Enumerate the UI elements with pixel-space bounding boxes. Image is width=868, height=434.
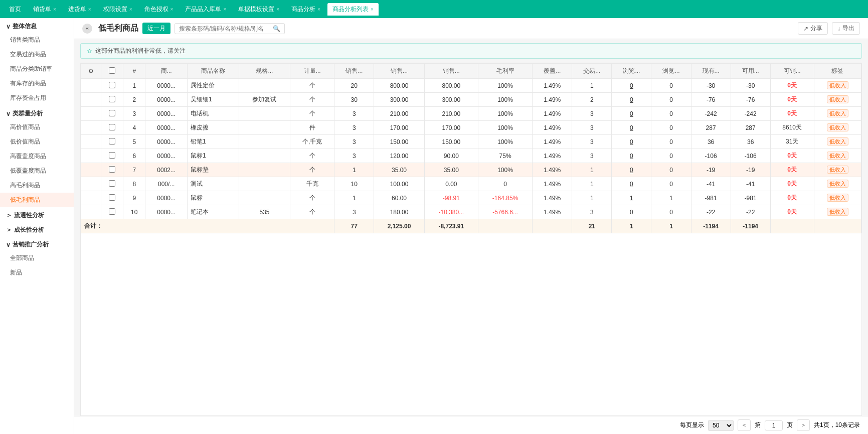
nav-purchase-order[interactable]: 进货单 × [63, 3, 96, 16]
row-views1[interactable]: 0 [612, 93, 651, 107]
row-views1[interactable]: 0 [612, 163, 651, 177]
row-check[interactable] [101, 135, 123, 149]
sidebar-item-capital[interactable]: 库存资金占用 [0, 91, 74, 105]
select-all-checkbox[interactable] [109, 67, 115, 74]
search-input[interactable] [179, 25, 271, 32]
sidebar-group-marketing[interactable]: ∨ 营销推广分析 [0, 236, 74, 251]
sidebar-group-overall[interactable]: ∨ 整体信息 [0, 18, 74, 33]
row-code: 0000... [145, 107, 188, 121]
col-sales-amount[interactable]: 销售... [424, 64, 478, 79]
row-check[interactable] [101, 205, 123, 219]
row-checkbox-0[interactable] [109, 82, 115, 88]
row-views1[interactable]: 0 [612, 121, 651, 135]
col-check-all[interactable] [101, 64, 123, 79]
col-name[interactable]: 商品名称 [188, 64, 239, 79]
row-checkbox-8[interactable] [109, 194, 115, 201]
collapse-sidebar-btn[interactable]: « [82, 24, 92, 34]
row-checkbox-2[interactable] [109, 110, 115, 116]
nav-close-sales[interactable]: × [53, 7, 56, 12]
prev-page-btn[interactable]: ＜ [738, 419, 751, 431]
nav-product-in[interactable]: 产品品入库单 × [180, 3, 231, 16]
sidebar-item-high-coverage[interactable]: 高覆盖度商品 [0, 149, 74, 164]
nav-template[interactable]: 单据模板设置 × [233, 3, 284, 16]
products-table: ⚙ # 商... 商品名称 规格... 计量... 销售... 销售... 销售… [81, 63, 861, 233]
row-check[interactable] [101, 93, 123, 107]
row-views1[interactable]: 0 [612, 149, 651, 163]
sidebar-item-low-gross[interactable]: 低毛利商品 [0, 193, 74, 207]
sidebar-item-in-stock[interactable]: 有库存的商品 [0, 76, 74, 91]
nav-close-product-analysis[interactable]: × [317, 7, 320, 12]
nav-role[interactable]: 角色授权 × [139, 3, 179, 16]
nav-close-product-in[interactable]: × [223, 7, 226, 12]
sidebar-item-low-value[interactable]: 低价值商品 [0, 134, 74, 149]
nav-sales-order[interactable]: 销货单 × [28, 3, 61, 16]
sidebar-item-new-products[interactable]: 新品 [0, 265, 74, 280]
export-btn[interactable]: ↓ 导出 [832, 22, 860, 35]
search-icon[interactable]: 🔍 [273, 25, 280, 32]
row-checkbox-6[interactable] [109, 166, 115, 173]
row-num: 1 [123, 79, 145, 93]
row-checkbox-1[interactable] [109, 96, 115, 102]
nav-close-role[interactable]: × [170, 7, 173, 12]
nav-close-permission[interactable]: × [129, 7, 132, 12]
nav-close-template[interactable]: × [276, 7, 279, 12]
col-sales-count[interactable]: 销售... [334, 64, 374, 79]
row-checkbox-5[interactable] [109, 152, 115, 159]
sidebar-item-all-products[interactable]: 全部商品 [0, 251, 74, 265]
nav-close-purchase[interactable]: × [88, 7, 91, 12]
col-coverage[interactable]: 覆盖... [533, 64, 572, 79]
nav-product-analysis[interactable]: 商品分析 × [286, 3, 325, 16]
col-unit[interactable]: 计量... [290, 64, 334, 79]
col-views1[interactable]: 浏览... [612, 64, 651, 79]
sidebar-group-cluster[interactable]: ∨ 类群量分析 [0, 105, 74, 120]
page-number-input[interactable] [765, 420, 783, 430]
row-views1[interactable]: 0 [612, 135, 651, 149]
row-views1[interactable]: 0 [612, 107, 651, 121]
col-sales-price[interactable]: 销售... [374, 64, 424, 79]
nav-home[interactable]: 首页 [4, 3, 26, 16]
row-checkbox-4[interactable] [109, 138, 115, 144]
row-views1[interactable]: 0 [612, 79, 651, 93]
filter-recent-month-btn[interactable]: 近一月 [142, 23, 170, 34]
col-views2[interactable]: 浏览... [651, 64, 691, 79]
nav-permission[interactable]: 权限设置 × [98, 3, 137, 16]
sidebar-item-low-coverage[interactable]: 低覆盖度商品 [0, 164, 74, 178]
sidebar-item-traded[interactable]: 交易过的商品 [0, 47, 74, 62]
row-check[interactable] [101, 163, 123, 177]
share-btn[interactable]: ↗ 分享 [798, 22, 828, 35]
row-check[interactable] [101, 177, 123, 191]
row-views1[interactable]: 1 [612, 191, 651, 205]
row-name: 笔记本 [188, 205, 239, 219]
sidebar-item-high-gross[interactable]: 高毛利商品 [0, 178, 74, 193]
row-checkbox-9[interactable] [109, 208, 115, 215]
row-check[interactable] [101, 107, 123, 121]
sidebar-item-category-rate[interactable]: 商品分类助销率 [0, 62, 74, 76]
col-tag[interactable]: 标签 [814, 64, 861, 79]
col-code[interactable]: 商... [145, 64, 188, 79]
row-current: -242 [691, 107, 731, 121]
col-spec[interactable]: 规格... [239, 64, 290, 79]
page-size-select[interactable]: 50 100 200 [708, 420, 734, 431]
row-checkbox-7[interactable] [109, 180, 115, 187]
row-checkbox-3[interactable] [109, 124, 115, 130]
nav-product-analysis-list[interactable]: 商品分析列表 × [327, 3, 379, 16]
col-gross-rate[interactable]: 毛利率 [478, 64, 532, 79]
col-settings[interactable]: ⚙ [81, 64, 101, 79]
col-saleable[interactable]: 可销... [770, 64, 814, 79]
row-check[interactable] [101, 79, 123, 93]
row-check[interactable] [101, 121, 123, 135]
nav-close-product-analysis-list[interactable]: × [371, 7, 374, 12]
col-current[interactable]: 现有... [691, 64, 731, 79]
sidebar-group-liquidity[interactable]: ＞ 流通性分析 [0, 207, 74, 222]
sidebar-group-growth[interactable]: ＞ 成长性分析 [0, 222, 74, 236]
col-available[interactable]: 可用... [731, 64, 770, 79]
row-views1[interactable]: 0 [612, 205, 651, 219]
sidebar-item-high-value[interactable]: 高价值商品 [0, 120, 74, 134]
next-page-btn[interactable]: ＞ [797, 419, 810, 431]
row-check[interactable] [101, 149, 123, 163]
sidebar-item-sales-category[interactable]: 销售类商品 [0, 33, 74, 47]
row-available: -41 [731, 177, 770, 191]
row-check[interactable] [101, 191, 123, 205]
col-transactions[interactable]: 交易... [572, 64, 612, 79]
row-views1[interactable]: 0 [612, 177, 651, 191]
